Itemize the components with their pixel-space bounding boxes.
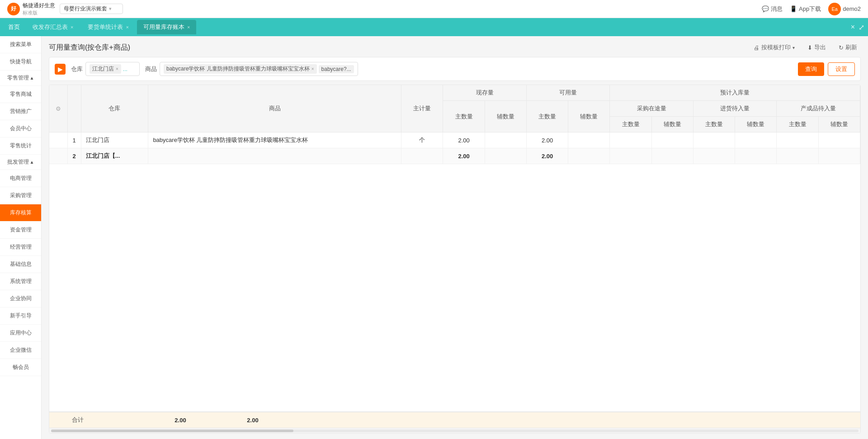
sidebar-item-enterprise-collab[interactable]: 企业协同 — [0, 290, 41, 307]
warehouse-tag-close[interactable]: × — [116, 66, 118, 71]
app-download-btn[interactable]: 📱 App下载 — [790, 5, 821, 13]
org-select[interactable]: 母婴行业演示账套 ▾ — [60, 4, 123, 14]
table-row-subtotal: 2 江北门店【... 2.00 2.00 — [49, 148, 860, 164]
expand-icon[interactable]: ⤢ — [859, 23, 864, 32]
th-purchased-aux: 辅数量 — [651, 117, 693, 132]
th-incoming-aux: 辅数量 — [735, 117, 777, 132]
th-current-stock: 现存量 — [443, 85, 527, 101]
cell-incoming-main — [693, 132, 735, 148]
product-label: 商品 — [145, 65, 157, 73]
tab-close-inventory[interactable]: × — [187, 24, 190, 30]
cell-purchased-main-2 — [610, 148, 651, 164]
sidebar-item-inventory[interactable]: 库存核算 — [0, 204, 41, 222]
th-warehouse: 仓库 — [81, 85, 148, 132]
tab-close-order[interactable]: × — [126, 24, 128, 30]
sidebar-item-purchase[interactable]: 采购管理 — [0, 187, 41, 204]
sidebar-search[interactable]: 搜索菜单 — [0, 36, 41, 53]
cell-main-unit-2 — [401, 148, 443, 164]
product-tag-1-close[interactable]: × — [311, 66, 314, 71]
sidebar-item-retail-stats[interactable]: 零售统计 — [0, 137, 41, 155]
data-table: ⚙ 仓库 商品 主计量 现存量 可用量 预计入库量 主数量 辅数量 主数量 — [49, 85, 860, 164]
sidebar-item-retail-mall[interactable]: 零售商城 — [0, 86, 41, 103]
chevron-down-icon: ▾ — [109, 6, 112, 12]
cell-rownum-2: 2 — [67, 148, 81, 164]
cell-production-aux — [818, 132, 860, 148]
th-incoming-main: 主数量 — [693, 117, 735, 132]
th-production-aux: 辅数量 — [818, 117, 860, 132]
th-current-main: 主数量 — [443, 101, 485, 132]
th-purchased-main: 主数量 — [610, 117, 651, 132]
warehouse-label: 仓库 — [71, 65, 83, 73]
th-avail-main: 主数量 — [526, 101, 568, 132]
sidebar-item-retail-mgmt[interactable]: 零售管理 ▲ — [0, 71, 41, 86]
th-settings[interactable]: ⚙ — [49, 85, 67, 132]
th-production: 产成品待入量 — [777, 101, 860, 117]
tab-home[interactable]: 首页 — [4, 23, 24, 31]
logo-text: 畅捷通好生意 标准版 — [23, 2, 55, 16]
cell-settings — [49, 132, 67, 148]
export-btn[interactable]: ⬇ 导出 — [804, 42, 830, 53]
sidebar-item-marketing[interactable]: 营销推广 — [0, 103, 41, 120]
avatar: Ea — [828, 3, 841, 15]
sidebar-item-system[interactable]: 系统管理 — [0, 273, 41, 290]
scroll-bar[interactable] — [49, 428, 860, 433]
product-input[interactable]: babycare学饮杯 儿童防摔防撞吸管杯重力球吸嘴杯宝宝水杯 × babyca… — [160, 62, 358, 76]
page-actions: 🖨 按模板打印 ▾ ⬇ 导出 ↻ 刷新 — [750, 42, 861, 53]
user-area[interactable]: Ea demo2 — [828, 3, 861, 15]
tab-receive-summary[interactable]: 收发存汇总表 × — [26, 20, 80, 34]
table-row: 1 江北门店 babycare学饮杯 儿童防摔防撞吸管杯重力球吸嘴杯宝宝水杯 个… — [49, 132, 860, 148]
sidebar-quick-nav[interactable]: 快捷导航 — [0, 53, 41, 71]
sidebar-item-enterprise-wechat[interactable]: 企业微信 — [0, 342, 41, 359]
sidebar-item-member-plus[interactable]: 畅会员 — [0, 359, 41, 376]
cell-settings-2 — [49, 148, 67, 164]
print-btn[interactable]: 🖨 按模板打印 ▾ — [750, 42, 798, 53]
filter-toggle-btn[interactable]: ▶ — [55, 64, 66, 75]
sidebar-item-app-center[interactable]: 应用中心 — [0, 325, 41, 342]
warehouse-filter: 仓库 江北门店 × ... — [71, 62, 140, 76]
message-btn[interactable]: 💬 消息 — [762, 5, 783, 13]
sidebar-item-onboarding[interactable]: 新手引导 — [0, 307, 41, 325]
settings-icon[interactable]: ⚙ — [56, 105, 61, 112]
top-bar-left: 好 畅捷通好生意 标准版 母婴行业演示账套 ▾ — [7, 2, 123, 16]
table-container: ⚙ 仓库 商品 主计量 现存量 可用量 预计入库量 主数量 辅数量 主数量 — [49, 85, 861, 434]
print-arrow: ▾ — [793, 45, 795, 50]
settings-btn[interactable]: 设置 — [828, 62, 855, 76]
tab-order-stats[interactable]: 要货单统计表 × — [81, 20, 135, 34]
tab-close-receive[interactable]: × — [71, 24, 73, 30]
top-bar-right: 💬 消息 📱 App下载 Ea demo2 — [762, 3, 861, 15]
filter-actions: 查询 设置 — [798, 62, 855, 76]
filter-bar: ▶ 仓库 江北门店 × ... 商品 babycare学饮杯 儿童防摔防撞吸管杯… — [49, 57, 861, 81]
logo-icon: 好 — [7, 3, 20, 15]
warehouse-input[interactable]: 江北门店 × ... — [85, 62, 140, 76]
main-layout: 搜索菜单 快捷导航 零售管理 ▲ 零售商城 营销推广 会员中心 零售统计 批发管… — [0, 36, 868, 439]
sidebar-item-ecommerce[interactable]: 电商管理 — [0, 170, 41, 187]
footer-avail-main: 2.00 — [235, 417, 271, 424]
tab-available-inventory[interactable]: 可用量库存账本 × — [137, 20, 196, 34]
sidebar-item-member-center[interactable]: 会员中心 — [0, 120, 41, 137]
close-all-tabs-btn[interactable]: × — [851, 23, 855, 32]
warehouse-more[interactable]: ... — [123, 66, 127, 72]
cell-avail-main: 2.00 — [526, 132, 568, 148]
cell-purchased-aux-2 — [651, 148, 693, 164]
cell-avail-main-2: 2.00 — [526, 148, 568, 164]
arrow-icon: ▲ — [30, 76, 34, 80]
arrow-icon-2: ▲ — [30, 160, 34, 165]
table-footer: 合计 2.00 2.00 — [49, 411, 860, 428]
cell-current-main-2: 2.00 — [443, 148, 485, 164]
sidebar-item-finance[interactable]: 资金管理 — [0, 222, 41, 239]
warehouse-tag: 江北门店 × — [90, 64, 121, 74]
product-tag-1: babycare学饮杯 儿童防摔防撞吸管杯重力球吸嘴杯宝宝水杯 × — [164, 64, 317, 74]
sidebar-item-wholesale-mgmt[interactable]: 批发管理 ▲ — [0, 155, 41, 170]
refresh-btn[interactable]: ↻ 刷新 — [835, 42, 861, 53]
th-avail-aux: 辅数量 — [568, 101, 610, 132]
cell-incoming-main-2 — [693, 148, 735, 164]
query-btn[interactable]: 查询 — [798, 62, 824, 76]
footer-values: 2.00 2.00 — [126, 417, 856, 424]
th-production-main: 主数量 — [777, 117, 818, 132]
footer-current-main: 2.00 — [162, 417, 198, 424]
sidebar-item-basic-info[interactable]: 基础信息 — [0, 256, 41, 273]
cell-avail-aux — [568, 132, 610, 148]
cell-product: babycare学饮杯 儿童防摔防撞吸管杯重力球吸嘴杯宝宝水杯 — [148, 132, 401, 148]
sidebar-item-operations[interactable]: 经营管理 — [0, 239, 41, 256]
th-rownum — [67, 85, 81, 132]
